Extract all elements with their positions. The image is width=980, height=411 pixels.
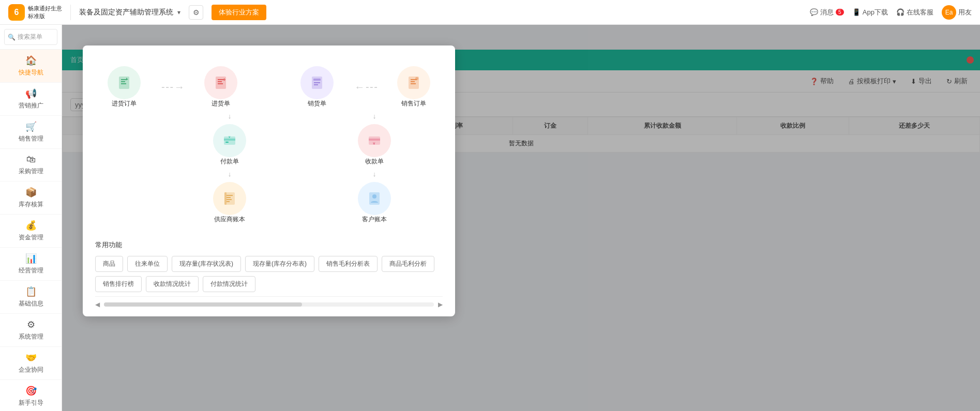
svg-point-16	[372, 194, 376, 199]
popup-card: 进货订单 - - - → 进货单	[83, 45, 455, 316]
scroll-thumb[interactable]	[104, 302, 302, 307]
svg-rect-0	[119, 77, 129, 89]
scroll-left-arrow[interactable]: ◀	[95, 301, 100, 308]
sidebar-item-guide[interactable]: 🎯 新手引导	[0, 380, 62, 411]
svg-point-5	[415, 77, 418, 80]
sidebar-item-label: 营销推广	[19, 101, 43, 110]
sidebar-item-marketing[interactable]: 📢 营销推广	[0, 83, 62, 116]
sidebar-item-label: 快捷导航	[19, 68, 43, 77]
func-btn-product[interactable]: 商品	[95, 256, 123, 272]
settings-icon-btn[interactable]: ⚙	[189, 5, 203, 20]
arrow-down-purchase: ↓	[199, 112, 261, 120]
purchase-bill-icon	[204, 66, 237, 99]
message-icon: 💬	[810, 8, 818, 16]
app-download-action[interactable]: 📱 App下载	[852, 8, 888, 17]
svg-rect-7	[224, 139, 235, 141]
svg-rect-8	[225, 142, 229, 143]
online-service-action[interactable]: 🎧 在线客服	[896, 8, 933, 17]
func-btn-receipt-stats[interactable]: 收款情况统计	[146, 276, 199, 292]
sidebar: 🔍 搜索菜单 🏠 快捷导航 📢 营销推广 🛒 销售管理 🛍 采购管理 📦 库存核…	[0, 25, 62, 411]
sidebar-item-quick-nav[interactable]: 🏠 快捷导航	[0, 50, 62, 83]
svg-rect-3	[313, 79, 321, 81]
popup-overlay[interactable]: 进货订单 - - - → 进货单	[62, 25, 980, 411]
arrow-order-to-bill: ← - - -	[346, 81, 385, 93]
logo-area: 6 畅康通好生意 标准版	[8, 4, 70, 21]
sidebar-search-area: 🔍 搜索菜单	[0, 25, 62, 50]
avatar: Ea	[942, 5, 956, 20]
flow-node-sales-order[interactable]: 销售订单	[385, 66, 443, 108]
common-functions: 常用功能 商品 往来单位 现存量(库存状况表) 现存量(库存分布表) 销售毛利分…	[95, 240, 443, 292]
sidebar-item-purchase[interactable]: 🛍 采购管理	[0, 149, 62, 181]
message-badge: 5	[836, 9, 844, 16]
flow-node-purchase-bill[interactable]: 进货单	[192, 66, 250, 108]
flow-node-payment[interactable]: ¥ 付款单	[199, 124, 261, 166]
sales-bill-icon	[300, 66, 334, 99]
func-btn-inventory-status[interactable]: 现存量(库存状况表)	[172, 256, 241, 272]
sales-order-icon	[397, 66, 430, 99]
svg-rect-1	[216, 77, 226, 89]
basic-info-icon: 📋	[25, 286, 37, 297]
sidebar-item-sales[interactable]: 🛒 销售管理	[0, 116, 62, 149]
arrow-down-receipt: ↓	[343, 170, 405, 178]
receipt-icon: ¥	[358, 124, 391, 157]
flow-node-sales-bill[interactable]: 销货单	[288, 66, 346, 108]
sidebar-item-label: 新手引导	[19, 399, 43, 407]
sidebar-item-enterprise[interactable]: 🤝 企业协同	[0, 347, 62, 380]
guide-icon: 🎯	[25, 385, 37, 397]
func-btn-inventory-dist[interactable]: 现存量(库存分布表)	[245, 256, 314, 272]
purchase-order-icon	[108, 66, 141, 99]
message-action[interactable]: 💬 消息 5	[810, 8, 844, 17]
experience-button[interactable]: 体验行业方案	[212, 5, 266, 20]
sidebar-item-label: 企业协同	[19, 366, 43, 374]
username: 用友	[958, 8, 972, 17]
flow-node-purchase-order[interactable]: 进货订单	[95, 66, 153, 108]
system-name: 装备及固定资产辅助管理系统	[79, 8, 173, 17]
sidebar-item-label: 经营管理	[19, 266, 43, 275]
logo-icon: 6	[8, 4, 25, 21]
func-btn-units[interactable]: 往来单位	[127, 256, 168, 272]
arrow-purchase-to-bill: - - - →	[153, 81, 192, 93]
sidebar-item-label: 采购管理	[19, 167, 43, 176]
svg-text:¥: ¥	[372, 141, 375, 146]
header-right: 💬 消息 5 📱 App下载 🎧 在线客服 Ea 用友	[810, 5, 972, 20]
user-action[interactable]: Ea 用友	[942, 5, 972, 20]
finance-icon: 💰	[25, 220, 37, 231]
sidebar-item-basic-info[interactable]: 📋 基础信息	[0, 281, 62, 314]
flow-node-receipt[interactable]: ¥ 收款单	[343, 124, 405, 166]
quick-nav-icon: 🏠	[25, 55, 37, 66]
sidebar-item-label: 系统管理	[19, 332, 43, 341]
func-btn-payment-stats[interactable]: 付款情况统计	[203, 276, 255, 292]
app-icon: 📱	[852, 8, 861, 16]
func-btn-sales-profit[interactable]: 销售毛利分析表	[319, 256, 378, 272]
supplier-ledger-icon	[213, 182, 246, 215]
func-btn-product-profit[interactable]: 商品毛利分析	[382, 256, 434, 272]
sidebar-item-system[interactable]: ⚙ 系统管理	[0, 314, 62, 347]
func-buttons-row1: 商品 往来单位 现存量(库存状况表) 现存量(库存分布表) 销售毛利分析表 商品…	[95, 256, 443, 272]
scroll-right-arrow[interactable]: ▶	[438, 301, 443, 308]
sales-icon: 🛒	[25, 121, 37, 132]
payment-icon: ¥	[213, 124, 246, 157]
common-functions-title: 常用功能	[95, 240, 443, 250]
svg-rect-11	[369, 139, 380, 141]
search-menu-btn[interactable]: 🔍 搜索菜单	[4, 29, 57, 45]
system-dropdown-btn[interactable]: ▾	[177, 9, 180, 16]
enterprise-icon: 🤝	[25, 352, 37, 363]
flow-diagram: 进货订单 - - - → 进货单	[95, 58, 443, 240]
svg-rect-14	[224, 192, 227, 205]
sidebar-item-inventory[interactable]: 📦 库存核算	[0, 181, 62, 215]
logo-text: 畅康通好生意 标准版	[28, 5, 62, 20]
flow-node-customer-ledger[interactable]: 客户账本	[343, 182, 405, 224]
scroll-bar-area: ◀ ▶	[95, 296, 443, 308]
sidebar-item-label: 资金管理	[19, 233, 43, 242]
sidebar-item-operations[interactable]: 📊 经营管理	[0, 248, 62, 281]
operations-icon: 📊	[25, 253, 37, 264]
sidebar-item-finance[interactable]: 💰 资金管理	[0, 215, 62, 248]
flow-node-supplier-ledger[interactable]: 供应商账本	[199, 182, 261, 224]
search-icon: 🔍	[8, 34, 16, 41]
system-title: 装备及固定资产辅助管理系统 ▾ ⚙ 体验行业方案	[70, 5, 810, 20]
scroll-track[interactable]	[104, 302, 434, 307]
func-btn-sales-ranking[interactable]: 销售排行榜	[95, 276, 142, 292]
system-icon: ⚙	[27, 319, 35, 330]
func-buttons-row2: 销售排行榜 收款情况统计 付款情况统计	[95, 276, 443, 292]
arrow-down-payment: ↓	[199, 170, 261, 178]
